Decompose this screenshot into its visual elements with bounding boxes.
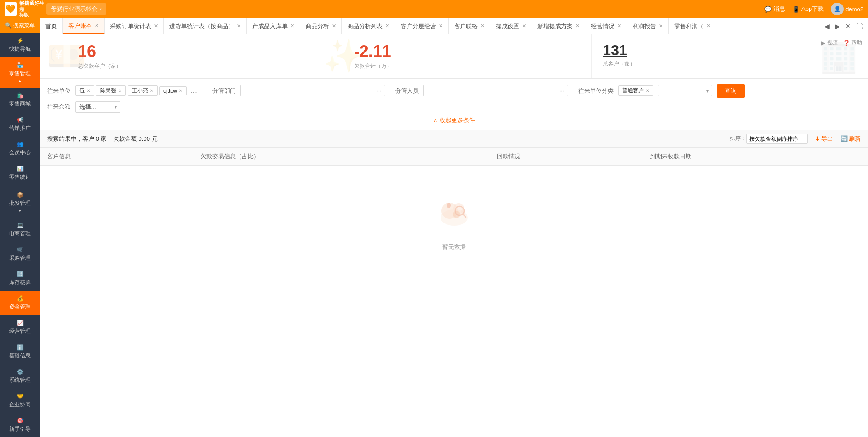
customer-count: 0: [96, 135, 99, 142]
sidebar-item-retail-stats[interactable]: 📊 零售统计: [0, 161, 40, 185]
unit-class-dropdown[interactable]: [658, 85, 712, 96]
tab-customer-contact[interactable]: 客户联络 ✕: [449, 18, 490, 34]
tab-customer-contact-close[interactable]: ✕: [480, 23, 484, 29]
wholesale-mgmt-icon: 📦: [17, 192, 24, 198]
person-filter-input[interactable]: [427, 87, 559, 94]
app-download-label: App下载: [801, 5, 824, 13]
top-right: 💬 消息 📱 App下载 👤 demo2: [764, 3, 863, 15]
new-guide-label: 新手引导: [9, 425, 31, 433]
tab-business-status[interactable]: 经营情况 ✕: [585, 18, 627, 34]
dept-filter-input[interactable]: [245, 87, 376, 94]
app-wrapper: 🧡 畅捷通好生意 标版 母婴行业演示帐套 ▾ 💬 消息 📱 App下载 👤 de…: [0, 0, 868, 437]
filter-tag-wu-close[interactable]: ✕: [86, 88, 90, 93]
tab-customer-segment[interactable]: 客户分层经营 ✕: [395, 18, 449, 34]
sidebar-item-member-center[interactable]: 👥 会员中心: [0, 137, 40, 161]
tab-product-cost-inbound[interactable]: 产成品入库单 ✕: [247, 18, 300, 34]
debt-prefix: 欠款金额: [113, 135, 137, 142]
app-download-btn[interactable]: 📱 App下载: [792, 5, 824, 13]
ecommerce-mgmt-icon: 💻: [17, 222, 24, 228]
sidebar-item-marketing[interactable]: 📢 营销推广: [0, 112, 40, 137]
wholesale-mgmt-label: 批发管理: [9, 200, 31, 207]
sidebar-item-enterprise-collab[interactable]: 🤝 企业协同: [0, 389, 40, 413]
tab-business-status-close[interactable]: ✕: [617, 23, 621, 29]
tab-purchase-stats-by-product[interactable]: 进货单统计表（按商品） ✕: [164, 18, 247, 34]
sidebar-item-operation-mgmt[interactable]: 📈 经营管理: [0, 315, 40, 340]
refresh-btn[interactable]: 🔄 刷新: [840, 135, 861, 143]
dept-filter-label: 分管部门: [212, 87, 236, 95]
tab-product-analysis-list-label: 商品分析列表: [347, 22, 383, 30]
sidebar-item-quick-nav[interactable]: ⚡ 快捷导航: [0, 33, 40, 57]
balance-filter-select[interactable]: 选择...: [75, 101, 120, 113]
tab-customer-segment-label: 客户分层经营: [401, 22, 436, 30]
tab-retail-profit-close[interactable]: ✕: [706, 23, 710, 29]
dept-filter-input-wrap: ···: [240, 85, 385, 96]
sidebar-item-inventory-check[interactable]: 🔢 库存核算: [0, 266, 40, 291]
help-btn[interactable]: ❓ 帮助: [843, 39, 862, 47]
new-guide-icon: 🎯: [17, 418, 24, 424]
tab-product-analysis[interactable]: 商品分析 ✕: [300, 18, 342, 34]
content-area: 首页 客户账本 ✕ 采购订单统计表 ✕ 进货单统计表（按商品） ✕ 产成品入库单…: [40, 18, 868, 437]
tab-product-cost-inbound-close[interactable]: ✕: [290, 23, 294, 29]
stat-bg-icon-2: ✨: [323, 38, 363, 75]
query-button[interactable]: 查询: [717, 84, 745, 98]
tab-profit-report-close[interactable]: ✕: [659, 23, 663, 29]
app-icon: 📱: [792, 6, 800, 13]
tab-product-analysis-list[interactable]: 商品分析列表 ✕: [342, 18, 395, 34]
tab-business-status-label: 经营情况: [591, 22, 614, 30]
tab-purchase-order-stats-close[interactable]: ✕: [154, 23, 158, 29]
quick-nav-label: 快捷导航: [9, 45, 31, 53]
sidebar-item-system-mgmt[interactable]: ⚙️ 系统管理: [0, 364, 40, 389]
tab-new-promotion-plan-close[interactable]: ✕: [575, 23, 580, 29]
sidebar-item-basic-info[interactable]: ℹ️ 基础信息: [0, 340, 40, 364]
tab-promotion-settings-close[interactable]: ✕: [522, 23, 526, 29]
tab-retail-profit[interactable]: 零售利润（ ✕: [669, 18, 716, 34]
tab-product-analysis-close[interactable]: ✕: [332, 23, 336, 29]
collapse-more-conditions-btn[interactable]: ∧ 收起更多条件: [47, 116, 861, 124]
sidebar-item-capital-mgmt[interactable]: 💰 资金管理: [0, 291, 40, 315]
sidebar-item-new-guide[interactable]: 🎯 新手引导: [0, 413, 40, 437]
purchase-mgmt-label: 采购管理: [9, 254, 31, 262]
filter-tag-cjttcw-close[interactable]: ✕: [179, 88, 182, 93]
tab-purchase-order-stats[interactable]: 采购订单统计表 ✕: [105, 18, 164, 34]
tab-customer-accounts-close[interactable]: ✕: [95, 23, 99, 28]
account-selector[interactable]: 母婴行业演示帐套 ▾: [46, 3, 106, 15]
home-label: 首页: [45, 22, 57, 30]
user-menu[interactable]: 👤 demo2: [831, 3, 863, 15]
unit-class-filter-tags: 普通客户 ✕: [618, 86, 653, 96]
video-icon: ▶: [821, 40, 825, 46]
tab-prev-btn[interactable]: ◀: [823, 22, 831, 31]
search-menu-btn[interactable]: 🔍 搜索菜单: [0, 18, 40, 33]
collapse-label: 收起更多条件: [440, 116, 475, 124]
sidebar-item-retail-mgmt[interactable]: 🏪 零售管理 ▲: [0, 57, 40, 88]
tab-expand-btn[interactable]: ⛶: [854, 22, 864, 31]
sidebar-item-wholesale-mgmt[interactable]: 📦 批发管理 ▾: [0, 187, 40, 218]
filter-tag-chen-close[interactable]: ✕: [118, 88, 122, 93]
filter-tags-more-btn[interactable]: ...: [188, 86, 199, 95]
sidebar-item-purchase-mgmt[interactable]: 🛒 采购管理: [0, 242, 40, 266]
top-bar: 🧡 畅捷通好生意 标版 母婴行业演示帐套 ▾ 💬 消息 📱 App下载 👤 de…: [0, 0, 868, 18]
tab-next-btn[interactable]: ▶: [833, 22, 842, 31]
export-label: 导出: [821, 135, 833, 143]
tab-customer-segment-close[interactable]: ✕: [439, 23, 443, 29]
messages-btn[interactable]: 💬 消息: [764, 5, 785, 13]
table-header-row: 客户信息 欠款交易信息（占比） 回款情况 到期未收款日期: [40, 148, 868, 166]
tab-purchase-stats-by-product-close[interactable]: ✕: [237, 23, 241, 29]
sidebar-item-retail-mall[interactable]: 🛍️ 零售商城: [0, 88, 40, 112]
system-mgmt-icon: ⚙️: [17, 369, 24, 375]
tab-home[interactable]: 首页: [40, 18, 63, 34]
tab-promotion-settings[interactable]: 提成设置 ✕: [490, 18, 532, 34]
video-btn[interactable]: ▶ 视频: [821, 39, 838, 47]
ecommerce-mgmt-label: 电商管理: [9, 230, 31, 238]
sidebar-item-ecommerce-mgmt[interactable]: 💻 电商管理: [0, 218, 40, 242]
filter-tag-wang-close[interactable]: ✕: [150, 88, 153, 93]
tab-product-analysis-list-close[interactable]: ✕: [385, 23, 389, 29]
retail-stats-icon: 📊: [17, 166, 24, 172]
tab-profit-report[interactable]: 利润报告 ✕: [627, 18, 669, 34]
purchase-mgmt-icon: 🛒: [17, 247, 24, 253]
tab-new-promotion-plan[interactable]: 新增提成方案 ✕: [532, 18, 585, 34]
filter-tag-normal-customer-close[interactable]: ✕: [646, 88, 649, 93]
export-btn[interactable]: ⬇ 导出: [815, 135, 833, 143]
sort-select[interactable]: 按欠款金额倒序排序: [746, 134, 808, 144]
tab-customer-accounts[interactable]: 客户账本 ✕: [63, 18, 105, 34]
tab-close-all-btn[interactable]: ✕: [844, 22, 853, 31]
